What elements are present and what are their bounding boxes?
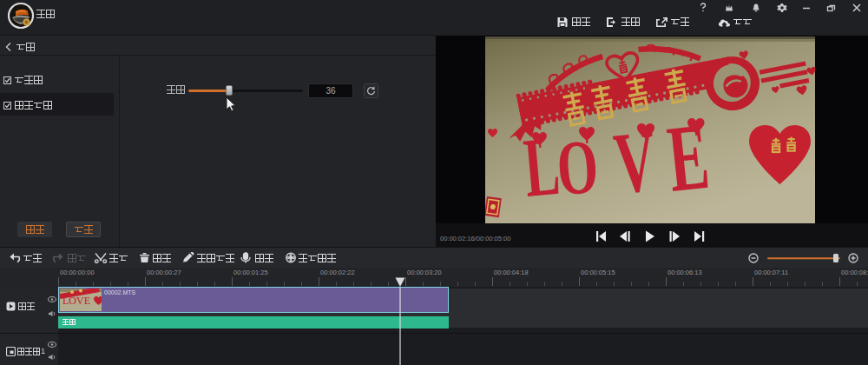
svg-text:O: O xyxy=(554,123,601,210)
svg-text:LOVE: LOVE xyxy=(62,295,90,307)
